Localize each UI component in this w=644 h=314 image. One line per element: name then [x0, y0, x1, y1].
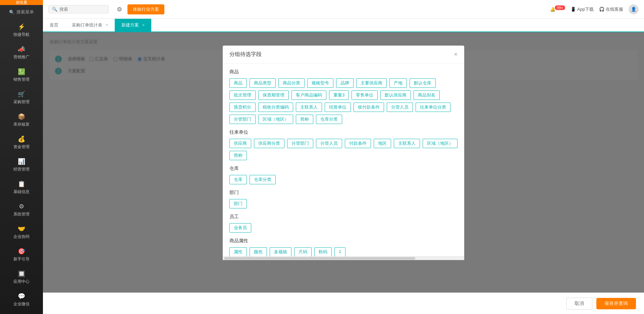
- field-tag[interactable]: 仓库: [229, 175, 247, 184]
- sidebar-item-sales[interactable]: 💹 销售管理: [0, 64, 43, 86]
- field-tag[interactable]: 主联系人: [296, 103, 322, 112]
- field-tag[interactable]: 区域（地区）: [423, 139, 458, 148]
- field-tag[interactable]: 批次管理: [229, 90, 256, 100]
- mobile-icon: 📱: [571, 7, 576, 12]
- field-tag[interactable]: 鞋码: [314, 247, 332, 256]
- modal-body[interactable]: 商品 商品 商品类型 商品分类 规格型号 品牌 主要供应商 产地 默认仓库 批次…: [223, 64, 464, 256]
- field-tag[interactable]: 分管部门: [287, 139, 313, 148]
- app-download-group[interactable]: 📱 App下载: [571, 6, 594, 12]
- operations-icon: 📊: [18, 158, 25, 165]
- sidebar-item-label: 销售管理: [13, 77, 30, 82]
- cancel-button[interactable]: 取消: [566, 298, 592, 310]
- topbar-search-box[interactable]: 🔍: [48, 5, 109, 13]
- field-tag[interactable]: 客户商品编码: [291, 90, 326, 100]
- field-tag[interactable]: 零售单位: [352, 90, 378, 100]
- product-attrs-field-tags: 属性 颜色 多规格 尺码 鞋码 1: [229, 247, 458, 256]
- sidebar-item-finance[interactable]: 💰 资金管理: [0, 131, 43, 154]
- tab-home[interactable]: 首页: [43, 19, 65, 32]
- sidebar-search-menu[interactable]: 🔍 搜索菜单: [9, 5, 34, 19]
- field-tag[interactable]: 结算单位: [325, 103, 351, 112]
- field-tag[interactable]: 付款条件: [345, 139, 371, 148]
- field-tag[interactable]: 分管人员: [316, 139, 342, 148]
- sidebar-item-quick-nav[interactable]: ⚡ 快捷导航: [0, 19, 43, 42]
- field-tag[interactable]: 收付款条件: [354, 103, 384, 112]
- system-icon: ⚙: [19, 203, 24, 210]
- online-service-group[interactable]: 🎧 在线客服: [599, 6, 623, 12]
- modal-title: 分组待选字段: [229, 51, 262, 58]
- warehouse-field-tags: 仓库 仓库分类: [229, 175, 458, 184]
- field-tag[interactable]: 多规格: [270, 247, 291, 256]
- search-icon: 🔍: [9, 10, 14, 15]
- modal-close-button[interactable]: ×: [454, 51, 458, 58]
- app-center-icon: 🔲: [18, 270, 25, 277]
- field-tag[interactable]: 颜色: [250, 247, 267, 256]
- field-tag[interactable]: 保质期管理: [258, 90, 289, 100]
- notification-group[interactable]: 🔔 99+: [550, 7, 565, 12]
- sidebar-item-collab[interactable]: 🤝 企业协同: [0, 221, 43, 244]
- tab-new-plan-close[interactable]: ×: [142, 23, 145, 27]
- field-tag[interactable]: 供应商分类: [254, 139, 284, 148]
- field-tag[interactable]: 地区: [374, 139, 391, 148]
- sidebar-item-app-center[interactable]: 🔲 应用中心: [0, 266, 43, 289]
- field-tag[interactable]: 简称: [229, 151, 247, 160]
- field-tag[interactable]: 尺码: [294, 247, 312, 256]
- sidebar-item-label: 企业微信: [13, 301, 30, 307]
- sidebar-item-purchase[interactable]: 🛒 采购管理: [0, 86, 43, 109]
- sidebar-item-beginner[interactable]: 🎯 新手引导: [0, 244, 43, 266]
- field-tag[interactable]: 默认仓库: [410, 78, 436, 88]
- field-tag[interactable]: 商品分类: [278, 78, 305, 88]
- field-group-product-attrs: 商品属性 属性 颜色 多规格 尺码 鞋码 1: [229, 238, 458, 256]
- field-tag[interactable]: 商品别名: [414, 90, 440, 100]
- field-tag[interactable]: 1: [334, 247, 345, 256]
- field-tag[interactable]: 商品: [229, 78, 247, 88]
- field-tag[interactable]: 简称: [296, 115, 313, 124]
- field-tag[interactable]: 主联系人: [394, 139, 420, 148]
- field-tag[interactable]: 仓库分类: [316, 115, 342, 124]
- field-tag[interactable]: 分管人员: [387, 103, 413, 112]
- online-service-label: 在线客服: [606, 6, 623, 12]
- sidebar-item-label: 资金管理: [13, 144, 30, 150]
- sidebar-item-basic-info[interactable]: 📋 基础信息: [0, 176, 43, 199]
- inventory-icon: 📦: [18, 113, 25, 120]
- sidebar-item-inventory[interactable]: 📦 库存核算: [0, 109, 43, 131]
- search-input[interactable]: [59, 7, 100, 12]
- sidebar-item-system[interactable]: ⚙ 系统管理: [0, 199, 43, 221]
- field-tag[interactable]: 主要供应商: [356, 78, 387, 88]
- gear-icon[interactable]: ⚙: [117, 6, 122, 13]
- field-tag[interactable]: 区域（地区）: [258, 115, 293, 124]
- field-tag[interactable]: 拣货积分: [229, 103, 256, 112]
- sidebar-item-marketing[interactable]: 📣 营销推广: [0, 42, 43, 64]
- field-group-partner: 往来单位 供应商 供应商分类 分管部门 分管人员 付款条件 地区 主联系人 区域…: [229, 129, 458, 160]
- field-tag[interactable]: 部门: [229, 199, 247, 208]
- user-avatar[interactable]: 👤: [629, 4, 639, 14]
- tab-purchase-stats[interactable]: 采购订单统计表 ×: [65, 19, 115, 32]
- field-selection-modal: 分组待选字段 × 商品 商品 商品类型 商品分类 规格型号 品: [223, 46, 464, 260]
- field-tag[interactable]: 供应商: [229, 139, 251, 148]
- sidebar-item-member[interactable]: 👤 畅会员: [0, 311, 43, 314]
- tab-purchase-stats-close[interactable]: ×: [106, 23, 108, 27]
- field-tag[interactable]: 仓库分类: [250, 175, 276, 184]
- field-tag[interactable]: 规格型号: [307, 78, 333, 88]
- sidebar-item-label: 营销推广: [13, 54, 30, 60]
- department-field-tags: 部门: [229, 199, 458, 208]
- modal-horizontal-scrollbar[interactable]: [223, 256, 464, 260]
- sidebar-item-wechat[interactable]: 💬 企业微信: [0, 289, 43, 311]
- employee-field-tags: 业务员: [229, 223, 458, 233]
- field-tag[interactable]: 默认供应商: [380, 90, 411, 100]
- field-tag[interactable]: 产地: [389, 78, 407, 88]
- field-tag[interactable]: 税收分类编码: [258, 103, 293, 112]
- field-tag[interactable]: 业务员: [229, 223, 251, 233]
- experience-btn[interactable]: 体验行业方案: [127, 4, 164, 14]
- sidebar-item-operations[interactable]: 📊 经营管理: [0, 154, 43, 176]
- field-tag[interactable]: 分管部门: [229, 115, 256, 124]
- field-tag[interactable]: 商品类型: [250, 78, 276, 88]
- field-tag[interactable]: 重量3: [329, 90, 349, 100]
- logo-main: 好生意: [16, 0, 27, 5]
- save-and-query-button[interactable]: 保存并查询: [596, 298, 636, 309]
- tab-home-label: 首页: [50, 22, 58, 28]
- wechat-icon: 💬: [18, 293, 25, 300]
- field-tag[interactable]: 品牌: [336, 78, 354, 88]
- field-tag[interactable]: 属性: [229, 247, 247, 256]
- tab-new-plan[interactable]: 新建方案 ×: [115, 19, 151, 32]
- field-tag[interactable]: 往来单位分类: [416, 103, 450, 112]
